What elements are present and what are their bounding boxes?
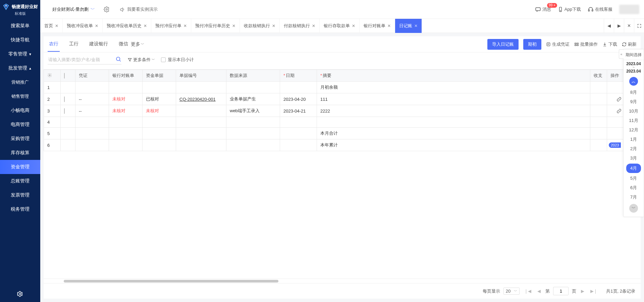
- bank-tab[interactable]: 建设银行: [88, 37, 109, 52]
- bank-stmt-cell[interactable]: 未核对: [109, 93, 143, 105]
- tab[interactable]: 首页✕: [40, 19, 63, 33]
- doc-no-cell[interactable]: CQ-20230420-001: [176, 93, 226, 105]
- bank-stmt-cell[interactable]: 未核对: [109, 105, 143, 117]
- tab[interactable]: 预收冲应收单✕: [63, 19, 103, 33]
- link-icon[interactable]: [616, 109, 622, 114]
- tab-scroll-left[interactable]: ◀: [604, 19, 614, 33]
- generate-voucher-button[interactable]: 生成凭证: [546, 41, 570, 47]
- per-page-select[interactable]: 20 ﹀: [503, 288, 520, 295]
- refresh-button[interactable]: 刷新: [622, 41, 637, 47]
- pager-first[interactable]: ❘◀: [523, 288, 533, 294]
- row-checkbox[interactable]: [61, 82, 75, 93]
- tab-close-icon[interactable]: ✕: [144, 24, 147, 28]
- bank-tab[interactable]: 农行: [48, 37, 60, 52]
- tab-close-icon[interactable]: ✕: [232, 24, 235, 28]
- page-input[interactable]: [553, 287, 569, 295]
- rail-scroll-up[interactable]: ︽: [629, 77, 638, 86]
- tab[interactable]: 预收冲应收单历史✕: [103, 19, 151, 33]
- row-checkbox[interactable]: [61, 139, 75, 151]
- tab-close-icon[interactable]: ✕: [414, 24, 418, 28]
- online-service-button[interactable]: 在线客服: [588, 6, 612, 12]
- fund-doc-cell[interactable]: 未核对: [143, 105, 176, 117]
- rail-month[interactable]: 1月2023: [624, 135, 644, 144]
- rail-month[interactable]: 4月: [626, 164, 641, 173]
- tab-close-icon[interactable]: ✕: [95, 24, 98, 28]
- row-checkbox[interactable]: [61, 117, 75, 128]
- search-icon[interactable]: [115, 56, 121, 63]
- rail-month[interactable]: 10月: [624, 106, 644, 116]
- tab[interactable]: 银行存取款单✕: [320, 19, 360, 33]
- pager-next[interactable]: ▶: [580, 288, 586, 294]
- fund-doc-cell[interactable]: 已核对: [143, 93, 176, 105]
- sidebar-item[interactable]: 小畅电商: [0, 103, 40, 118]
- sidebar-item[interactable]: 电商管理: [0, 118, 40, 132]
- tab[interactable]: 银行对账单✕: [360, 19, 395, 33]
- tab-close-icon[interactable]: ✕: [272, 24, 275, 28]
- tenant-selector[interactable]: 好业财测试-量勿删 ﹀: [50, 5, 98, 14]
- rail-month[interactable]: 7月: [624, 192, 644, 202]
- rail-month[interactable]: 9月: [624, 97, 644, 106]
- rail-month[interactable]: 2月: [624, 144, 644, 154]
- settings-gear-icon[interactable]: [104, 6, 110, 12]
- bank-tab[interactable]: 微信: [117, 37, 129, 52]
- demo-link[interactable]: 我要看实例演示: [120, 6, 158, 12]
- sidebar-item[interactable]: 税务管理: [0, 202, 40, 216]
- bank-tab[interactable]: 工行: [68, 37, 80, 52]
- sidebar-item[interactable]: 资金管理: [0, 160, 40, 174]
- messages-button[interactable]: 消息 99 +: [535, 6, 551, 12]
- tab-close-icon[interactable]: ✕: [312, 24, 315, 28]
- tab-scroll-right[interactable]: ▶: [614, 19, 624, 33]
- sidebar-item[interactable]: 销售管理: [0, 89, 40, 103]
- download-button[interactable]: 下载: [602, 41, 617, 47]
- sidebar-item[interactable]: 快捷导航: [0, 33, 40, 47]
- sidebar-item[interactable]: 发票管理: [0, 188, 40, 202]
- row-checkbox[interactable]: [61, 93, 75, 105]
- scrollbar-thumb[interactable]: [64, 280, 278, 283]
- row-checkbox[interactable]: [61, 128, 75, 139]
- pager-last[interactable]: ▶❘: [589, 288, 599, 294]
- user-avatar[interactable]: [619, 5, 639, 14]
- rail-scroll-down[interactable]: ︾: [629, 204, 638, 213]
- tab[interactable]: 付款核销执行✕: [280, 19, 320, 33]
- tab-close-icon[interactable]: ✕: [55, 24, 58, 28]
- more-conditions-button[interactable]: 更多条件 ﹀: [127, 57, 155, 63]
- period-initial-button[interactable]: 期初: [523, 39, 541, 50]
- search-input[interactable]: [48, 55, 115, 64]
- column-settings-button[interactable]: [44, 70, 61, 82]
- horizontal-scrollbar[interactable]: [44, 278, 641, 283]
- tab[interactable]: 收款核销执行✕: [240, 19, 280, 33]
- rail-month[interactable]: 11月: [624, 116, 644, 125]
- link-icon[interactable]: [616, 97, 622, 102]
- sidebar-item[interactable]: 总账管理: [0, 174, 40, 188]
- show-daily-subtotal-checkbox[interactable]: 显示本日小计: [161, 57, 194, 63]
- bank-tabs-more[interactable]: 更多 ﹀: [129, 37, 146, 51]
- app-download-button[interactable]: App下载: [558, 6, 581, 12]
- rail-month[interactable]: 3月: [624, 154, 644, 163]
- batch-ops-button[interactable]: 批量操作: [574, 41, 598, 47]
- rail-month[interactable]: 5月: [624, 174, 644, 183]
- fullscreen-toggle[interactable]: [634, 19, 644, 33]
- rail-month[interactable]: 8月: [624, 88, 644, 97]
- rail-month[interactable]: 12月: [624, 125, 644, 135]
- tab[interactable]: 日记账✕: [395, 19, 422, 33]
- pager-prev[interactable]: ◀: [536, 288, 542, 294]
- sidebar-item[interactable]: 批发管理▲: [0, 61, 40, 75]
- tab-close-all[interactable]: ✕: [624, 19, 634, 33]
- row-checkbox[interactable]: [61, 105, 75, 117]
- tab-close-icon[interactable]: ✕: [352, 24, 355, 28]
- tab[interactable]: 预付冲应付单历史✕: [191, 19, 240, 33]
- sidebar-settings-icon[interactable]: [0, 287, 40, 302]
- sidebar-item[interactable]: 搜索菜单: [0, 19, 40, 33]
- sidebar-item[interactable]: 营销推广: [0, 75, 40, 89]
- date-rail-collapse[interactable]: «: [619, 49, 624, 59]
- sidebar-item[interactable]: 库存核算: [0, 146, 40, 160]
- date-rail-range[interactable]: 2023.04 ~ 2023.04: [624, 60, 644, 75]
- rail-month[interactable]: 6月: [624, 183, 644, 192]
- tab-close-icon[interactable]: ✕: [387, 24, 391, 28]
- sidebar-item[interactable]: 采购管理: [0, 132, 40, 146]
- tab[interactable]: 预付冲应付单✕: [151, 19, 191, 33]
- tab-close-icon[interactable]: ✕: [183, 24, 187, 28]
- sidebar-item[interactable]: 零售管理▼: [0, 47, 40, 61]
- select-all-checkbox[interactable]: [61, 70, 75, 82]
- import-journal-button[interactable]: 导入日记账: [487, 39, 519, 50]
